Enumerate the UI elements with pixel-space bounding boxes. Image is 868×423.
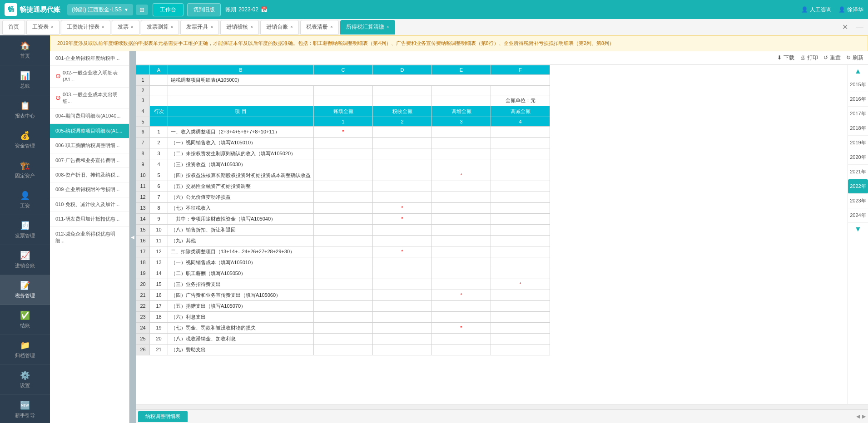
cell-16a[interactable]: 11 [150,235,168,246]
cell-26e[interactable] [432,344,491,355]
tab-income-tax[interactable]: 所得税汇算清缴 × [340,20,395,34]
cell-24e[interactable]: * [432,322,491,333]
cell-18d[interactable] [373,257,432,268]
cell-12c[interactable] [314,192,373,202]
cell-7e[interactable] [432,137,491,148]
cell-20c[interactable] [314,279,373,290]
cell-17e[interactable] [432,246,491,257]
sidebar-item-invoice-mgmt[interactable]: 🧾 发票管理 [0,215,50,245]
tab-invoice[interactable]: 发票 × [112,20,139,34]
cell-10f[interactable] [491,170,550,181]
cell-6c[interactable]: * [314,126,373,137]
cell-19d[interactable] [373,268,432,279]
year-item-2022[interactable]: 2022年 [848,179,868,194]
left-nav-item-009[interactable]: 009-企业所得税附补亏损明... [50,182,129,197]
cell-11e[interactable] [432,181,491,192]
cell-17a[interactable]: 12 [150,246,168,257]
cell-9f[interactable] [491,159,550,170]
year-nav-up-button[interactable]: ▲ [848,65,868,78]
cell-18c[interactable] [314,257,373,268]
cell-13e[interactable] [432,202,491,213]
cell-14f[interactable] [491,213,550,224]
tab-income-tax-close[interactable]: × [387,25,389,30]
cell-17d[interactable]: * [373,246,432,257]
cell-18f[interactable] [491,257,550,268]
year-item-2021[interactable]: 2021年 [848,165,868,179]
cell-6f[interactable] [491,126,550,137]
cell-11a[interactable]: 6 [150,181,168,192]
cell-24a[interactable]: 19 [150,322,168,333]
year-item-2015[interactable]: 2015年 [848,78,868,92]
left-nav-item-001[interactable]: 001-企业所得税年度纳税申... [50,51,129,66]
refresh-button[interactable]: ↻ 刷新 [846,54,863,62]
cell-21c[interactable] [314,290,373,300]
tab-invoice-calc[interactable]: 发票测算 × [141,20,179,34]
cell-16c[interactable] [314,235,373,246]
cell-15f[interactable] [491,224,550,235]
cell-12e[interactable] [432,192,491,202]
sidebar-item-assets[interactable]: 🏗️ 固定资产 [0,155,50,185]
cell-6e[interactable] [432,126,491,137]
cell-19a[interactable]: 14 [150,268,168,279]
copy-button[interactable]: ⊞ [136,5,148,15]
cell-21e[interactable]: * [432,290,491,300]
cell-14c[interactable] [314,213,373,224]
cell-7d[interactable] [373,137,432,148]
cell-25d[interactable] [373,333,432,344]
cell-13f[interactable] [491,202,550,213]
tab-invoice-calc-close[interactable]: × [171,25,174,30]
cell-10e[interactable]: * [432,170,491,181]
cell-23c[interactable] [314,311,373,322]
tab-tax-table-close[interactable]: × [330,25,333,30]
cell-20e[interactable] [432,279,491,290]
left-nav-item-006[interactable]: 006-职工薪酬纳税调整明细... [50,138,129,153]
cell-13c[interactable] [314,202,373,213]
cell-9c[interactable] [314,159,373,170]
cell-25f[interactable] [491,333,550,344]
cell-8a[interactable]: 3 [150,148,168,159]
cell-15a[interactable]: 10 [150,224,168,235]
cell-21f[interactable] [491,290,550,300]
cell-12d[interactable] [373,192,432,202]
cell-7c[interactable] [314,137,373,148]
cell-18a[interactable]: 13 [150,257,168,268]
cell-6d[interactable] [373,126,432,137]
cell-8f[interactable] [491,148,550,159]
left-nav-item-010[interactable]: 010-免税、减计收入及加计... [50,197,129,212]
sidebar-item-sales[interactable]: 📈 进销台账 [0,245,50,275]
cell-22f[interactable] [491,300,550,311]
cell-6a[interactable]: 1 [150,126,168,137]
cell-21a[interactable]: 16 [150,290,168,300]
cell-26a[interactable]: 21 [150,344,168,355]
sidebar-item-tax[interactable]: 📝 税务管理 [0,275,50,305]
sidebar-item-closing[interactable]: ✅ 结账 [0,305,50,335]
cell-26d[interactable] [373,344,432,355]
reset-button[interactable]: ↺ 重置 [823,54,841,62]
tab-payroll-stats[interactable]: 工资统计报表 × [61,20,110,34]
left-nav-item-008[interactable]: 008-资产折旧、摊销及纳税... [50,168,129,182]
cell-17c[interactable] [314,246,373,257]
scrollbar-area[interactable] [136,404,868,409]
cell-9d[interactable] [373,159,432,170]
cell-8e[interactable] [432,148,491,159]
sidebar-item-payroll[interactable]: 👤 工资 [0,185,50,215]
bottom-tab-adjustment[interactable]: 纳税调整明细表 [138,411,188,422]
tab-sales-check-close[interactable]: × [250,25,253,30]
cell-20a[interactable]: 15 [150,279,168,290]
cell-17f[interactable] [491,246,550,257]
collapse-button[interactable]: ◀ [129,51,136,423]
cell-22d[interactable] [373,300,432,311]
company-selector[interactable]: (物副) 江西股金-LSS ▼ [67,4,133,15]
left-nav-item-005[interactable]: 005-纳税调整项目明细表(A1... [50,124,129,138]
tab-invoice-issue-close[interactable]: × [210,25,213,30]
cell-10c[interactable] [314,170,373,181]
cell-22c[interactable] [314,300,373,311]
scroll-right-icon[interactable]: ▶ [862,413,866,419]
nav-old-button[interactable]: 切到旧版 [187,3,221,16]
cell-21d[interactable] [373,290,432,300]
left-nav-item-007[interactable]: 007-广告费和业务宣传费明... [50,153,129,168]
cell-11f[interactable] [491,181,550,192]
cell-19f[interactable] [491,268,550,279]
cell-23d[interactable] [373,311,432,322]
calendar-icon[interactable]: 📅 [261,6,268,13]
